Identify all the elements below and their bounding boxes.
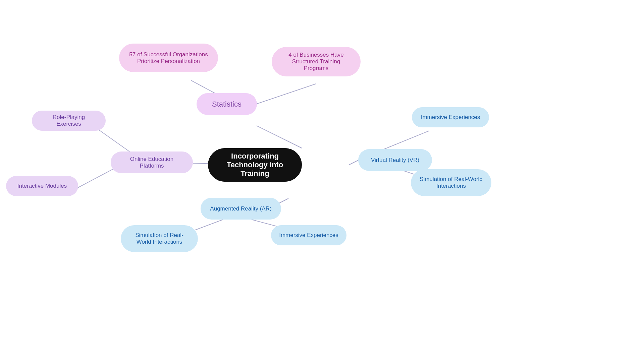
- simulation-ar-node[interactable]: Simulation of Real-World Interactions: [121, 225, 198, 252]
- svg-line-0: [257, 126, 302, 148]
- simulation-vr-label: Simulation of Real-World Interactions: [419, 176, 483, 189]
- stat1-label: 57 of Successful Organizations Prioritiz…: [127, 51, 210, 65]
- statistics-node[interactable]: Statistics: [197, 93, 257, 115]
- role-playing-node[interactable]: Role-Playing Exercises: [32, 111, 106, 131]
- ar-node[interactable]: Augmented Reality (AR): [201, 198, 281, 220]
- online-education-node[interactable]: Online Education Platforms: [111, 152, 193, 173]
- stat2-label: 4 of Businesses Have Structured Training…: [280, 52, 353, 72]
- interactive-modules-label: Interactive Modules: [17, 183, 67, 189]
- vr-label: Virtual Reality (VR): [371, 157, 419, 164]
- svg-line-2: [257, 84, 316, 104]
- simulation-ar-label: Simulation of Real-World Interactions: [129, 232, 190, 245]
- immersive-vr-label: Immersive Experiences: [421, 114, 480, 121]
- online-education-label: Online Education Platforms: [119, 156, 185, 169]
- immersive-vr-node[interactable]: Immersive Experiences: [412, 107, 489, 127]
- role-playing-label: Role-Playing Exercises: [40, 114, 98, 127]
- center-node[interactable]: Incorporating Technology into Training: [208, 148, 302, 182]
- interactive-modules-node[interactable]: Interactive Modules: [6, 176, 78, 196]
- stat1-node[interactable]: 57 of Successful Organizations Prioritiz…: [119, 44, 218, 72]
- stat2-node[interactable]: 4 of Businesses Have Structured Training…: [272, 47, 361, 76]
- immersive-ar-node[interactable]: Immersive Experiences: [271, 225, 346, 245]
- svg-line-7: [384, 131, 429, 149]
- simulation-vr-node[interactable]: Simulation of Real-World Interactions: [411, 169, 491, 196]
- statistics-label: Statistics: [212, 100, 241, 109]
- vr-node[interactable]: Virtual Reality (VR): [358, 149, 432, 171]
- ar-label: Augmented Reality (AR): [210, 205, 271, 212]
- immersive-ar-label: Immersive Experiences: [279, 232, 338, 239]
- center-label: Incorporating Technology into Training: [216, 152, 294, 178]
- svg-line-6: [349, 160, 359, 165]
